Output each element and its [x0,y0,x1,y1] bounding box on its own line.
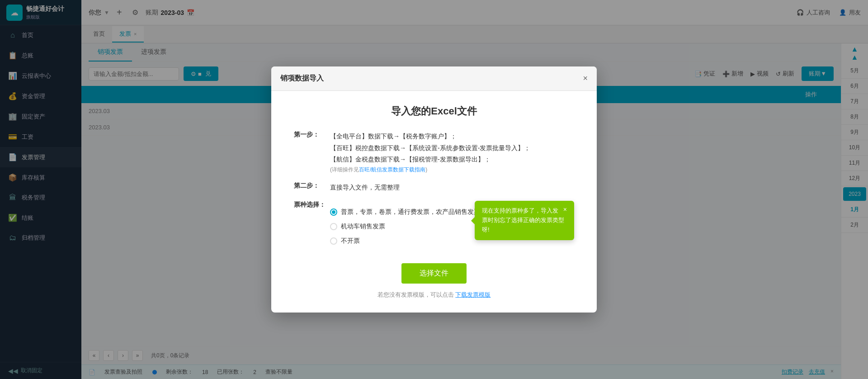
step1-label: 第一步： [294,131,326,139]
step1-line1: 【全电平台】数据下载→【税务数字账户】； [330,131,530,142]
radio-group: 普票，专票，卷票，通行费发票，农产品销售发票 机动车销售发票 × 现在支持的票种… [330,208,480,245]
radio-label-1: 普票，专票，卷票，通行费发票，农产品销售发票 [341,208,480,216]
radio-circle-2[interactable] [330,223,337,230]
radio-label-3: 不开票 [341,237,360,245]
tooltip-text: 现在支持的票种多了，导入发票时别忘了选择正确的发票类型呀! [482,207,564,233]
download-tip: 若您没有发票模版，可以点击 下载发票模版 [294,291,574,299]
step2-label: 第二步： [294,182,326,190]
ticket-type-row: 票种选择： 普票，专票，卷票，通行费发票，农产品销售发票 机动车销售发票 [294,201,574,252]
step2-content: 直接导入文件，无需整理 [330,182,400,193]
dialog-body: 导入您的Excel文件 第一步： 【全电平台】数据下载→【税务数字账户】； 【百… [271,91,597,312]
download-template-link[interactable]: 下载发票模版 [455,291,491,298]
tooltip-close-button[interactable]: × [563,206,567,213]
guide-link[interactable]: 百旺/航信发票数据下载指南 [359,166,425,173]
radio-dot-1 [332,210,335,214]
import-dialog: 销项数据导入 × 导入您的Excel文件 第一步： 【全电平台】数据下载→【税务… [271,66,597,312]
step1-line2: 【百旺】税控盘数据下载→【系统设置-系统参数设置-发票批量导入】； [330,142,530,154]
radio-option-1[interactable]: 普票，专票，卷票，通行费发票，农产品销售发票 [330,208,480,216]
dialog-title: 销项数据导入 [280,74,324,83]
dialog-main-title: 导入您的Excel文件 [294,104,574,118]
dialog-overlay: 销项数据导入 × 导入您的Excel文件 第一步： 【全电平台】数据下载→【税务… [0,0,868,379]
select-file-button[interactable]: 选择文件 [401,263,467,284]
tooltip-container: × 现在支持的票种多了，导入发票时别忘了选择正确的发票类型呀! [475,218,510,223]
step2-text: 直接导入文件，无需整理 [330,184,400,191]
step1-content: 【全电平台】数据下载→【税务数字账户】； 【百旺】税控盘数据下载→【系统设置-系… [330,131,530,175]
radio-circle-3[interactable] [330,237,337,245]
step1-row: 第一步： 【全电平台】数据下载→【税务数字账户】； 【百旺】税控盘数据下载→【系… [294,131,574,175]
step1-line3: 【航信】金税盘数据下载→【报税管理-发票数据导出】； [330,154,530,165]
radio-option-3[interactable]: 不开票 [330,237,480,245]
dialog-close-button[interactable]: × [583,74,588,83]
radio-circle-1[interactable] [330,208,337,216]
ticket-label: 票种选择： [294,201,326,209]
dialog-header: 销项数据导入 × [271,66,597,91]
radio-option-2[interactable]: 机动车销售发票 × 现在支持的票种多了，导入发票时别忘了选择正确的发票类型呀! [330,223,480,231]
tooltip-bubble: × 现在支持的票种多了，导入发票时别忘了选择正确的发票类型呀! [475,201,574,240]
step2-row: 第二步： 直接导入文件，无需整理 [294,182,574,193]
radio-label-2: 机动车销售发票 [341,223,385,231]
step1-note: (详细操作见百旺/航信发票数据下载指南) [330,165,530,175]
